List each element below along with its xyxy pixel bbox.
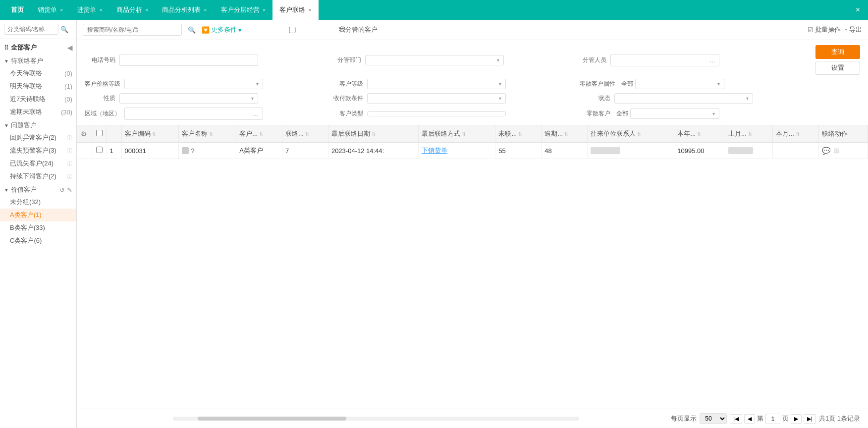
- nav-customer-layer-close[interactable]: ×: [263, 7, 266, 13]
- collapse-sidebar-icon[interactable]: ◀: [67, 44, 72, 52]
- nav-customer-contact[interactable]: 客户联络 ×: [272, 0, 318, 20]
- sidebar-item-c-class[interactable]: C类客户(6): [0, 234, 76, 247]
- batch-op-btn[interactable]: ☑ 批量操作: [808, 25, 841, 34]
- sidebar-group-value[interactable]: ▼ 价值客户 ↺ ✎: [0, 183, 76, 196]
- nav-sales-close[interactable]: ×: [60, 7, 63, 13]
- col-category[interactable]: 客户... ⇅: [236, 125, 282, 143]
- filter-retail-label: 零散客户: [580, 109, 614, 118]
- close-all-tabs[interactable]: ×: [852, 5, 864, 14]
- chat-action-icon[interactable]: 💬: [822, 147, 830, 155]
- nav-goods-list-close[interactable]: ×: [204, 7, 207, 13]
- filter-status-label: 状态: [580, 94, 614, 103]
- page-number-input[interactable]: [765, 414, 780, 424]
- per-page-select[interactable]: 50 100 200: [700, 413, 727, 424]
- chevron-down-icon: ▾: [746, 96, 749, 101]
- more-filters-btn[interactable]: 🔽 更多条件 ▾: [202, 25, 242, 34]
- row-name: ?: [179, 143, 236, 159]
- all-customers-header[interactable]: ⠿ 全部客户 ◀: [0, 39, 76, 54]
- filter-price-grade-select[interactable]: ▾: [124, 79, 263, 89]
- nav-home[interactable]: 首页: [4, 0, 31, 20]
- sort-icon: ⇅: [518, 131, 522, 137]
- col-this-month[interactable]: 本月... ⇅: [772, 125, 818, 143]
- filter-price-grade-label: 客户价格等级: [85, 80, 124, 88]
- sidebar-item-repurchase-anomaly[interactable]: 回购异常客户(2) ⓘ: [0, 131, 76, 144]
- arrow-icon: ▼: [4, 187, 9, 193]
- value-group-icons[interactable]: ↺ ✎: [59, 186, 72, 194]
- filter-person-label: 分管人员: [576, 56, 610, 64]
- sidebar-item-churned[interactable]: 已流失客户(24) ⓘ: [0, 157, 76, 170]
- filter-bar-right: ☑ 批量操作 ↑ 导出: [808, 25, 863, 34]
- sidebar-item-overdue[interactable]: 逾期未联络 (30): [0, 106, 76, 118]
- filter-phone: 电话号码: [85, 54, 319, 66]
- sidebar-group-problem[interactable]: ▼ 问题客户: [0, 118, 76, 131]
- col-name[interactable]: 客户名称 ⇅: [179, 125, 236, 143]
- row-checkbox[interactable]: [96, 147, 103, 153]
- search-icon[interactable]: 🔍: [188, 26, 196, 34]
- page-controls: 每页显示 50 100 200 |◀ ◀ 第 页 ▶ ▶| 共1页 1条记录: [671, 413, 860, 424]
- nav-sales[interactable]: 销货单 ×: [31, 0, 70, 20]
- my-customers-checkbox[interactable]: [248, 27, 337, 33]
- prev-page-btn[interactable]: ◀: [744, 414, 755, 424]
- filter-retail-attr-select[interactable]: ▾: [635, 79, 724, 89]
- sidebar-search-input[interactable]: [4, 24, 58, 35]
- sidebar-search-icon[interactable]: 🔍: [60, 26, 68, 33]
- sidebar-item-declining[interactable]: 持续下滑客户(2) ⓘ: [0, 170, 76, 183]
- nav-customer-contact-close[interactable]: ×: [308, 7, 311, 13]
- sidebar-item-tomorrow[interactable]: 明天待联络 (1): [0, 80, 76, 93]
- filter-payment-select[interactable]: ▾: [367, 93, 506, 104]
- export-btn[interactable]: ↑ 导出: [845, 25, 863, 34]
- col-settings[interactable]: ⚙: [77, 125, 92, 143]
- grid-action-icon[interactable]: ⊞: [833, 147, 839, 155]
- nav-goods-analysis[interactable]: 商品分析 ×: [109, 0, 155, 20]
- filter-customer-grade-select[interactable]: ▾: [367, 79, 506, 89]
- filter-phone-input[interactable]: [119, 54, 258, 66]
- row-checkbox-cell: [92, 143, 107, 159]
- sidebar-item-7days[interactable]: 近7天待联络 (0): [0, 93, 76, 106]
- nav-purchase[interactable]: 进货单 ×: [70, 0, 109, 20]
- col-not-linked[interactable]: 未联... ⇅: [495, 125, 542, 143]
- info-icon: ⓘ: [67, 147, 72, 155]
- scrollbar-thumb[interactable]: [198, 417, 346, 421]
- row-code: 000031: [121, 143, 179, 159]
- nav-goods-list[interactable]: 商品分析列表 ×: [155, 0, 214, 20]
- filter-region-select[interactable]: ...: [124, 107, 263, 120]
- gear-icon[interactable]: ⚙: [81, 130, 87, 138]
- filter-actions: 查询 设置: [815, 45, 860, 75]
- row-last-method-link[interactable]: 下销货单: [422, 147, 447, 154]
- search-input[interactable]: [83, 24, 182, 36]
- col-contacts[interactable]: 联络... ⇅: [282, 125, 328, 143]
- filter-dept-select[interactable]: ▾: [365, 55, 504, 65]
- col-last-date[interactable]: 最后联络日期 ⇅: [328, 125, 418, 143]
- sidebar-item-b-class[interactable]: B类客户(33): [0, 221, 76, 234]
- select-all-checkbox[interactable]: [96, 130, 103, 136]
- settings-button[interactable]: 设置: [815, 61, 860, 75]
- col-last-month[interactable]: 上月... ⇅: [725, 125, 772, 143]
- next-page-btn[interactable]: ▶: [791, 414, 802, 424]
- col-unit-contact[interactable]: 往来单位联系人 ⇅: [587, 125, 674, 143]
- col-this-year[interactable]: 本年... ⇅: [674, 125, 725, 143]
- my-customers-checkbox-label[interactable]: 我分管的客户: [248, 25, 378, 34]
- filter-status-select[interactable]: ▾: [614, 93, 753, 104]
- filter-customer-type-select[interactable]: [367, 111, 506, 116]
- filter-nature-select[interactable]: ▾: [119, 93, 258, 104]
- col-overdue[interactable]: 逾期... ⇅: [542, 125, 588, 143]
- sidebar-item-today[interactable]: 今天待联络 (0): [0, 67, 76, 80]
- last-page-btn[interactable]: ▶|: [804, 414, 816, 424]
- query-button[interactable]: 查询: [815, 45, 860, 59]
- sidebar-group-pending[interactable]: ▼ 待联络客户: [0, 54, 76, 67]
- filter-retail-attr: 零散客户属性 全部 ▾: [580, 79, 815, 89]
- first-page-btn[interactable]: |◀: [730, 414, 742, 424]
- col-code[interactable]: 客户编码 ⇅: [121, 125, 179, 143]
- unit-contact-placeholder: [591, 147, 620, 154]
- sidebar-item-a-class[interactable]: A类客户(1): [0, 209, 76, 221]
- sidebar-item-churn-warning[interactable]: 流失预警客户(3) ⓘ: [0, 144, 76, 157]
- nav-goods-analysis-close[interactable]: ×: [145, 7, 148, 13]
- col-last-method[interactable]: 最后联络方式 ⇅: [418, 125, 495, 143]
- filter-retail-select[interactable]: ▾: [630, 108, 719, 119]
- nav-purchase-close[interactable]: ×: [99, 7, 102, 13]
- horizontal-scrollbar[interactable]: [173, 417, 579, 421]
- nav-customer-layer[interactable]: 客户分层经营 ×: [214, 0, 272, 20]
- chevron-down-icon: ▾: [717, 81, 720, 87]
- filter-person-select[interactable]: ...: [610, 54, 719, 66]
- sidebar-item-unclassified[interactable]: 未分组(32): [0, 196, 76, 209]
